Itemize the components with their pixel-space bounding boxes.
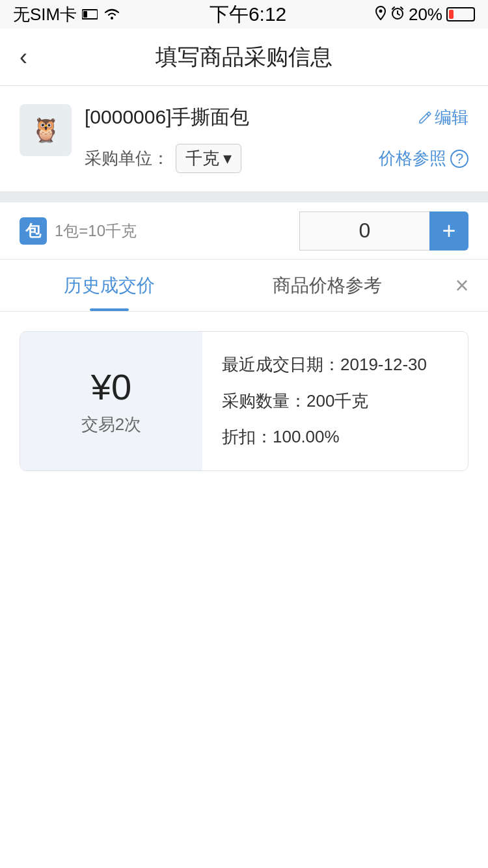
svg-line-6 <box>398 14 400 15</box>
discount-label: 折扣： <box>222 427 273 446</box>
transaction-count: 交易2次 <box>81 413 141 436</box>
unit-value: 千克 <box>185 147 219 170</box>
currency-symbol: ¥ <box>91 366 111 407</box>
status-bar: 无SIM卡 下午6:12 <box>0 0 488 29</box>
bottom-panel: 历史成交价 商品价格参考 × ¥0 交易2次 最近成交日期：2019-12-30 <box>0 260 488 868</box>
history-section: ¥0 交易2次 最近成交日期：2019-12-30 采购数量：200千克 折扣：… <box>0 312 488 491</box>
quantity-input-area: 0 + <box>299 211 468 251</box>
price-ref-help-icon: ? <box>450 150 468 168</box>
last-date-label: 最近成交日期： <box>222 355 340 374</box>
quantity-label-area: 包 1包=10千克 <box>20 217 137 245</box>
status-right: 20% <box>375 5 475 25</box>
status-time: 下午6:12 <box>210 1 286 28</box>
price-card-left: ¥0 交易2次 <box>20 332 202 470</box>
product-thumbnail-icon: 🦉 <box>31 116 61 144</box>
alarm-icon <box>390 5 405 25</box>
sim-icon <box>82 5 98 25</box>
discount-value: 100.00% <box>273 427 340 446</box>
product-details: [0000006]手撕面包 编辑 采购单位： 千克 ▾ <box>85 104 468 173</box>
tab-underline <box>90 308 129 311</box>
tab-history-price[interactable]: 历史成交价 <box>0 260 218 311</box>
svg-line-7 <box>392 7 394 9</box>
carrier-text: 无SIM卡 <box>13 3 77 26</box>
svg-point-3 <box>379 9 382 12</box>
battery-percentage: 20% <box>409 5 442 25</box>
svg-line-8 <box>401 7 403 9</box>
product-header: 🦉 [0000006]手撕面包 编辑 采购单位： 千克 ▾ <box>20 104 468 173</box>
purchase-unit-left: 采购单位： 千克 ▾ <box>85 144 241 173</box>
section-divider <box>0 192 488 202</box>
tab-product-price-ref[interactable]: 商品价格参考 <box>218 260 436 311</box>
price-ref-label: 价格参照 <box>379 147 446 170</box>
amount-value: 0 <box>111 366 131 407</box>
battery-icon <box>446 7 475 21</box>
discount-row: 折扣：100.00% <box>222 424 448 451</box>
page-bottom <box>0 491 488 868</box>
svg-point-2 <box>111 17 113 20</box>
back-button[interactable]: ‹ <box>20 44 27 71</box>
purchase-unit-row: 采购单位： 千克 ▾ 价格参照 ? <box>85 144 468 173</box>
wifi-icon <box>103 5 121 25</box>
quantity-row-detail: 采购数量：200千克 <box>222 388 448 415</box>
edit-label: 编辑 <box>435 106 468 129</box>
svg-rect-1 <box>83 11 87 18</box>
quantity-row: 包 1包=10千克 0 + <box>0 202 488 260</box>
quantity-value: 0 <box>359 219 371 243</box>
price-card: ¥0 交易2次 最近成交日期：2019-12-30 采购数量：200千克 折扣：… <box>20 331 468 471</box>
tab-product-price-ref-label: 商品价格参考 <box>273 273 382 298</box>
close-button[interactable]: × <box>436 272 488 299</box>
plus-button[interactable]: + <box>429 211 468 251</box>
package-icon: 包 <box>20 217 47 245</box>
close-icon: × <box>455 272 468 299</box>
last-date-row: 最近成交日期：2019-12-30 <box>222 351 448 379</box>
location-icon <box>375 5 386 25</box>
status-left: 无SIM卡 <box>13 3 121 26</box>
quantity-detail-label: 采购数量： <box>222 391 306 411</box>
last-date-value: 2019-12-30 <box>340 355 427 374</box>
quantity-input[interactable]: 0 <box>299 211 429 251</box>
price-amount: ¥0 <box>91 366 131 408</box>
tab-history-price-label: 历史成交价 <box>64 273 155 298</box>
edit-link[interactable]: 编辑 <box>418 106 468 129</box>
quantity-detail-value: 200千克 <box>306 391 368 411</box>
dropdown-arrow-icon: ▾ <box>223 148 232 169</box>
nav-bar: ‹ 填写商品采购信息 <box>0 29 488 86</box>
purchase-unit-label: 采购单位： <box>85 147 169 170</box>
product-card: 🦉 [0000006]手撕面包 编辑 采购单位： 千克 ▾ <box>0 86 488 192</box>
price-ref-button[interactable]: 价格参照 ? <box>379 147 468 170</box>
product-name: [0000006]手撕面包 <box>85 104 249 131</box>
tab-bar: 历史成交价 商品价格参考 × <box>0 260 488 312</box>
price-card-right: 最近成交日期：2019-12-30 采购数量：200千克 折扣：100.00% <box>202 332 468 470</box>
unit-conversion: 1包=10千克 <box>55 221 137 241</box>
page-title: 填写商品采购信息 <box>156 42 332 72</box>
product-name-row: [0000006]手撕面包 编辑 <box>85 104 468 131</box>
unit-dropdown[interactable]: 千克 ▾ <box>176 144 241 173</box>
product-image: 🦉 <box>20 104 72 156</box>
